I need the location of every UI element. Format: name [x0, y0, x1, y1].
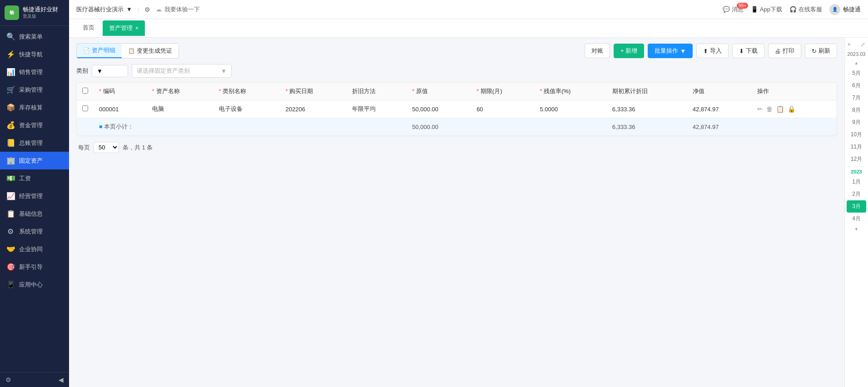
copy-button[interactable]: 📋 — [776, 105, 784, 113]
experience-button[interactable]: ☁ 我要体验一下 — [156, 5, 200, 14]
subtotal-row: ■ 本页小计： 50,000.00 6,333.36 42,874.97 — [77, 118, 837, 136]
tab-close-icon[interactable]: × — [135, 25, 139, 31]
new-btn-label: + 新增 — [620, 47, 637, 55]
sidebar-item-app-center[interactable]: 📱 应用中心 — [0, 276, 69, 293]
edit-button[interactable]: ✏ — [757, 105, 763, 113]
tab-asset-detail[interactable]: 📄 资产明细 — [77, 44, 122, 58]
app-center-icon: 📱 — [6, 280, 15, 289]
subtotal-empty — [77, 118, 94, 136]
app-label: App下载 — [760, 5, 782, 14]
sidebar-item-fixed-assets[interactable]: 🏢 固定资产 — [0, 152, 69, 169]
sidebar-item-sales[interactable]: 📊 销售管理 — [0, 63, 69, 81]
online-service-button[interactable]: 🎧 在线客服 — [789, 5, 822, 14]
timeline-month-5[interactable]: 5月 — [845, 67, 868, 79]
timeline-down-chevron[interactable]: ▼ — [853, 225, 861, 233]
sidebar-item-search[interactable]: 🔍 搜索菜单 — [0, 28, 69, 45]
sidebar-item-purchase[interactable]: 🛒 采购管理 — [0, 81, 69, 99]
company-selector[interactable]: 医疗器械行业演示 ▼ — [76, 5, 132, 14]
subtotal-net-value: 42,874.97 — [687, 118, 752, 136]
cell-category: 电子设备 — [213, 100, 280, 118]
timeline-up-chevron[interactable]: ▲ — [853, 59, 861, 67]
payroll-icon: 💵 — [6, 174, 15, 183]
sidebar-label-operations: 经营管理 — [19, 192, 43, 200]
app-icon: 📱 — [751, 6, 758, 13]
batch-button[interactable]: 批量操作 ▼ — [648, 44, 693, 58]
sidebar-item-funds[interactable]: 💰 资金管理 — [0, 116, 69, 134]
experience-text: 我要体验一下 — [164, 5, 200, 14]
sidebar-label-ledger: 总账管理 — [19, 139, 43, 147]
sidebar-label-quick-nav: 快捷导航 — [19, 50, 43, 59]
row-checkbox[interactable] — [82, 105, 88, 111]
panel-expand-button[interactable]: ⤢ — [861, 41, 865, 48]
panel-close-button[interactable]: × — [848, 41, 851, 48]
sidebar: 畅 畅捷通好业财 普及版 🔍 搜索菜单 ⚡ 快捷导航 📊 销售管理 🛒 采购管理 — [0, 0, 69, 387]
sidebar-item-system[interactable]: ⚙ 系统管理 — [0, 223, 69, 240]
app-title-text: 畅捷通好业财 — [23, 6, 58, 14]
subtotal-actions-empty — [752, 118, 837, 136]
timeline-month-3-current[interactable]: 3月 — [847, 200, 866, 213]
row-actions: ✏ 🗑 📋 🔒 — [757, 105, 831, 113]
refresh-button[interactable]: ↻ 刷新 — [805, 44, 837, 58]
col-name: * 资产名称 — [147, 83, 213, 100]
more-button[interactable]: 🔒 — [788, 105, 795, 113]
row-checkbox-cell[interactable] — [77, 100, 94, 118]
user-profile-button[interactable]: 👤 畅捷通 — [829, 4, 861, 15]
sidebar-label-search: 搜索菜单 — [19, 33, 43, 41]
timeline-month-8[interactable]: 8月 — [845, 104, 868, 116]
timeline-divider — [847, 166, 866, 167]
tab-home[interactable]: 首页 — [76, 19, 101, 37]
print-btn-label: 打印 — [783, 47, 794, 55]
settings-button[interactable]: ⚙ — [5, 376, 11, 383]
sidebar-footer: ⚙ ◀ — [0, 372, 69, 387]
cell-code: 000001 — [94, 100, 147, 118]
pagination: 每页 50 100 条，共 1 条 — [76, 136, 837, 159]
timeline-month-10[interactable]: 10月 — [845, 129, 868, 141]
timeline-month-11[interactable]: 11月 — [845, 141, 868, 153]
timeline-month-7[interactable]: 7月 — [845, 92, 868, 104]
per-page-select[interactable]: 50 100 — [94, 142, 119, 153]
app-subtitle: 普及版 — [23, 13, 58, 20]
timeline-month-1[interactable]: 1月 — [845, 176, 868, 188]
batch-btn-label: 批量操作 — [655, 47, 678, 55]
change-voucher-icon: 📋 — [128, 48, 135, 54]
sidebar-item-payroll[interactable]: 💵 工资 — [0, 169, 69, 187]
view-tabs: 📄 资产明细 📋 变更生成凭证 — [76, 43, 179, 59]
import-button[interactable]: ⬆ 导入 — [696, 44, 729, 58]
sidebar-item-ledger[interactable]: 📒 总账管理 — [0, 134, 69, 152]
timeline-month-6[interactable]: 6月 — [845, 79, 868, 92]
new-button[interactable]: + 新增 — [614, 44, 644, 58]
tab-change-voucher[interactable]: 📋 变更生成凭证 — [122, 44, 179, 58]
company-name: 医疗器械行业演示 — [76, 5, 124, 14]
sidebar-item-inventory[interactable]: 📦 库存核算 — [0, 99, 69, 116]
subtotal-label-cell: ■ 本页小计： — [94, 118, 407, 136]
col-net-value: 净值 — [687, 83, 752, 100]
subtotal-period-empty — [471, 118, 534, 136]
download-button[interactable]: ⬇ 下载 — [732, 44, 764, 58]
account-button[interactable]: 对账 — [585, 44, 610, 58]
delete-button[interactable]: 🗑 — [766, 105, 773, 113]
message-button[interactable]: 💬 消息 99+ — [723, 5, 744, 14]
select-all-checkbox[interactable] — [82, 88, 88, 94]
tab-asset-management[interactable]: 资产管理 × — [103, 20, 145, 36]
sidebar-item-basic-info[interactable]: 📋 基础信息 — [0, 205, 69, 223]
filter-select-type[interactable]: ▼ — [92, 65, 128, 77]
cloud-icon: ☁ — [156, 6, 162, 13]
select-all-cell[interactable] — [77, 83, 94, 100]
timeline-month-12[interactable]: 12月 — [845, 153, 868, 165]
print-button[interactable]: 🖨 打印 — [768, 44, 801, 58]
sidebar-label-enterprise: 企业协同 — [19, 245, 43, 253]
gear-icon[interactable]: ⚙ — [144, 6, 150, 13]
print-icon: 🖨 — [775, 48, 781, 55]
collapse-sidebar-button[interactable]: ◀ — [59, 376, 64, 383]
timeline-month-4[interactable]: 4月 — [845, 213, 868, 225]
app-download-button[interactable]: 📱 App下载 — [751, 5, 782, 14]
timeline-month-2[interactable]: 2月 — [845, 188, 868, 200]
sidebar-item-operations[interactable]: 📈 经营管理 — [0, 187, 69, 205]
timeline-month-9[interactable]: 9月 — [845, 116, 868, 129]
sidebar-item-enterprise[interactable]: 🤝 企业协同 — [0, 240, 69, 258]
filter-category-input[interactable]: 请选择固定资产类别 ▼ — [132, 64, 232, 78]
sidebar-item-quick-nav[interactable]: ⚡ 快捷导航 — [0, 45, 69, 63]
download-icon: ⬇ — [739, 48, 744, 55]
sidebar-item-guide[interactable]: 🎯 新手引导 — [0, 258, 69, 276]
toolbar-right: 对账 + 新增 批量操作 ▼ ⬆ 导入 ⬇ 下载 — [585, 44, 837, 58]
